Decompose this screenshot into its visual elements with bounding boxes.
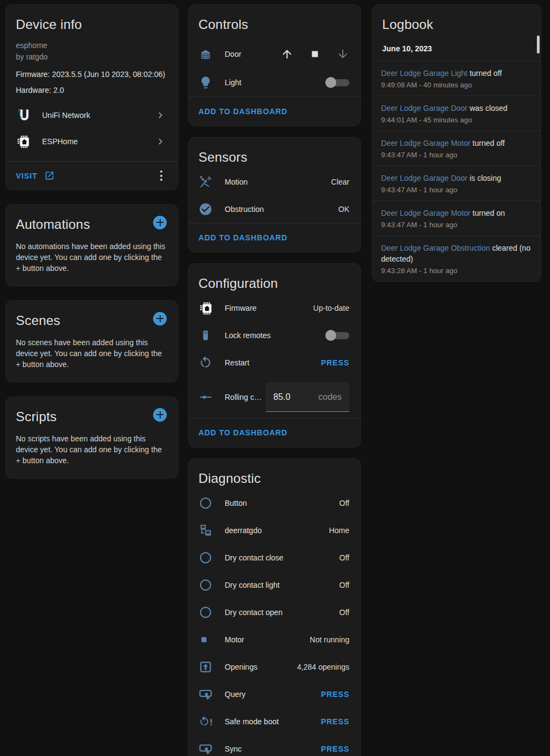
diag-label: Motor	[225, 635, 310, 644]
logbook-entity-link[interactable]: Deer Lodge Garage Obstruction	[381, 244, 490, 252]
counter-icon	[198, 390, 213, 404]
logbook-entity-link[interactable]: Deer Lodge Garage Motor	[381, 209, 470, 217]
logbook-card: Logbook June 10, 2023 Deer Lodge Garage …	[372, 4, 541, 282]
diag-label: Openings	[225, 663, 297, 671]
sync-press-button[interactable]: PRESS	[321, 745, 349, 753]
light-toggle[interactable]	[325, 76, 349, 88]
diag-row-sync[interactable]: Sync PRESS	[189, 735, 360, 756]
lock-remotes-toggle[interactable]	[325, 329, 349, 341]
diag-state: 4,284 openings	[297, 663, 349, 671]
diag-row-button[interactable]: Button Off	[189, 489, 360, 517]
diag-row-openings[interactable]: Openings 4,284 openings	[189, 653, 360, 681]
diag-state: Not running	[310, 635, 349, 644]
diag-label: Sync	[225, 745, 321, 753]
restart-press-button[interactable]: PRESS	[321, 358, 349, 367]
diag-row-safe-mode-boot[interactable]: Safe mode boot PRESS	[189, 708, 360, 735]
device-page: Device info esphome by ratgdo Firmware: …	[0, 0, 550, 756]
motion-sensor-icon	[198, 175, 213, 189]
gesture-tap-button-icon	[198, 687, 213, 701]
logbook-entity-link[interactable]: Deer Lodge Garage Motor	[381, 139, 470, 147]
safe-mode-boot-press-button[interactable]: PRESS	[321, 717, 349, 726]
device-hardware: Hardware: 2.0	[6, 86, 178, 94]
open-in-new-icon	[44, 170, 55, 181]
overflow-menu-button[interactable]	[155, 170, 168, 181]
control-label: Door	[225, 50, 280, 58]
logbook-entry: Deer Lodge Garage Door was closed 9:44:0…	[372, 96, 541, 131]
add-script-button[interactable]	[153, 408, 167, 422]
middle-column: Controls Door Light ADD TO DASHBOARD Se	[188, 4, 361, 756]
logbook-timestamp: 9:49:08 AM - 40 minutes ago	[381, 81, 532, 89]
sensors-card: Sensors Motion Clear Obstruction OK ADD …	[188, 137, 361, 252]
logbook-entity-link[interactable]: Deer Lodge Garage Door	[381, 104, 467, 113]
config-label: Restart	[225, 358, 321, 367]
lightbulb-icon	[198, 75, 213, 90]
rolling-code-input[interactable]: 85.0 codes	[266, 382, 349, 412]
add-to-dashboard-link[interactable]: ADD TO DASHBOARD	[198, 233, 288, 242]
restart-alert-icon	[198, 714, 213, 729]
logbook-timestamp: 9:43:47 AM - 1 hour ago	[381, 186, 532, 194]
right-column: Logbook June 10, 2023 Deer Lodge Garage …	[372, 4, 541, 282]
control-row-door[interactable]: Door	[189, 40, 360, 68]
diag-row-dry-contact-close[interactable]: Dry contact close Off	[189, 544, 360, 571]
scenes-empty-text: No scenes have been added using this dev…	[6, 336, 178, 382]
automations-title: Automations	[6, 205, 90, 240]
unifi-icon	[16, 107, 32, 123]
logbook-action: turned off	[472, 139, 505, 147]
logbook-entry: Deer Lodge Garage Motor turned on 9:43:4…	[372, 200, 541, 235]
rolling-code-unit: codes	[318, 392, 342, 402]
add-automation-button[interactable]	[153, 216, 167, 229]
sensors-footer: ADD TO DASHBOARD	[189, 223, 360, 252]
sensor-row-obstruction[interactable]: Obstruction OK	[189, 196, 360, 223]
diag-row-dry-contact-light[interactable]: Dry contact light Off	[189, 571, 360, 599]
device-name: esphome	[6, 40, 178, 51]
logbook-action: turned on	[472, 209, 505, 217]
visit-button[interactable]: VISIT	[16, 170, 155, 181]
cover-open-button[interactable]	[280, 48, 294, 61]
control-row-light[interactable]: Light	[189, 68, 360, 97]
visit-label: VISIT	[16, 172, 38, 180]
sensors-title: Sensors	[189, 138, 360, 168]
cover-stop-button[interactable]	[308, 48, 321, 61]
integration-row-unifi[interactable]: UniFi Network	[6, 102, 178, 128]
logbook-action: is closing	[470, 174, 501, 182]
diag-label: Dry contact open	[225, 608, 340, 617]
garage-door-icon	[198, 47, 213, 61]
scenes-title: Scenes	[6, 301, 60, 336]
automations-empty-text: No automations have been added using thi…	[6, 240, 178, 286]
cover-close-button[interactable]	[336, 48, 349, 61]
logbook-entry: Deer Lodge Garage Obstruction cleared (n…	[372, 235, 541, 281]
check-circle-icon	[198, 202, 213, 216]
sensor-label: Motion	[225, 178, 331, 186]
logbook-scrollbar[interactable]	[537, 36, 540, 54]
circle-outline-icon	[198, 605, 213, 619]
diag-row-query[interactable]: Query PRESS	[189, 681, 360, 708]
config-row-restart[interactable]: Restart PRESS	[189, 349, 360, 376]
config-row-rolling-code[interactable]: Rolling co… 85.0 codes	[189, 376, 360, 418]
controls-footer: ADD TO DASHBOARD	[189, 97, 360, 126]
remote-icon	[198, 328, 213, 342]
add-to-dashboard-link[interactable]: ADD TO DASHBOARD	[198, 428, 288, 437]
sensor-row-motion[interactable]: Motion Clear	[189, 168, 360, 196]
integration-row-esphome[interactable]: ESPHome	[6, 128, 178, 155]
query-press-button[interactable]: PRESS	[321, 690, 349, 699]
diag-row-deerratgdo[interactable]: deerratgdo Home	[189, 517, 360, 544]
diag-row-motor[interactable]: Motor Not running	[189, 626, 360, 653]
config-row-lock-remotes[interactable]: Lock remotes	[189, 322, 360, 349]
logbook-timestamp: 9:43:47 AM - 1 hour ago	[381, 151, 532, 159]
circle-outline-icon	[198, 496, 213, 510]
diag-row-dry-contact-open[interactable]: Dry contact open Off	[189, 599, 360, 626]
circle-outline-icon	[198, 551, 213, 565]
controls-card: Controls Door Light ADD TO DASHBOARD	[188, 4, 361, 126]
esphome-chip-icon	[198, 300, 215, 316]
lan-icon	[198, 523, 213, 538]
add-to-dashboard-link[interactable]: ADD TO DASHBOARD	[198, 107, 288, 116]
logbook-entry: Deer Lodge Garage Motor turned off 9:43:…	[372, 131, 541, 166]
configuration-title: Configuration	[189, 264, 360, 294]
config-row-firmware[interactable]: Firmware Up-to-date	[189, 294, 360, 322]
logbook-entity-link[interactable]: Deer Lodge Garage Light	[381, 69, 467, 78]
diag-state: Home	[329, 526, 349, 535]
logbook-entity-link[interactable]: Deer Lodge Garage Door	[381, 174, 467, 182]
add-scene-button[interactable]	[153, 312, 167, 326]
logbook-entry: Deer Lodge Garage Light turned off 9:49:…	[372, 61, 541, 96]
diag-label: Dry contact close	[225, 553, 340, 562]
